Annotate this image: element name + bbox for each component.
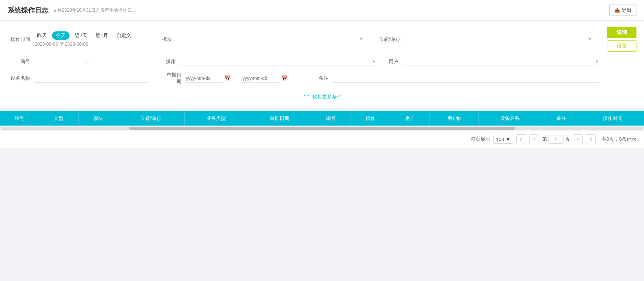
page-label: 第 [542, 136, 547, 143]
time-label: 操作时间 [8, 36, 34, 43]
user-arrow-icon: ▼ [595, 59, 599, 64]
operation-arrow-icon: ▼ [372, 59, 376, 64]
time-btn-1month[interactable]: 近1月 [93, 31, 111, 40]
page-header: 系统操作日志 支持2020年10月31日之后产生的操作日志 📤 导出 [0, 0, 644, 21]
last-page-button[interactable]: ⟩⟩ [586, 134, 596, 144]
scrollbar-thumb[interactable] [129, 127, 515, 130]
per-page-label: 每页显示 [471, 136, 490, 143]
date-separator: — [232, 76, 240, 81]
settings-button[interactable]: 设置 [607, 40, 636, 52]
calendar-end-icon[interactable]: 📅 [281, 75, 287, 81]
number-input-end[interactable] [93, 57, 138, 66]
total-label: 共0页，0条记录 [602, 136, 636, 143]
table-header-cell: 操作时间 [581, 111, 644, 126]
scrollbar-area[interactable] [0, 126, 644, 130]
page-input-group: 第 页 [542, 135, 570, 144]
date-input-end[interactable] [242, 74, 280, 83]
table-header-cell: 序号 [0, 111, 39, 126]
device-input[interactable] [34, 74, 147, 83]
collapse-button[interactable]: ⌃⌃ 收起更多条件 [303, 93, 342, 100]
number-label: 编号 [8, 58, 34, 65]
per-page-value: 100 [496, 137, 504, 142]
query-button[interactable]: 查询 [607, 27, 636, 38]
table-header-cell: 设备名称 [478, 111, 542, 126]
last-page-icon: ⟩⟩ [589, 137, 592, 142]
export-label: 导出 [622, 7, 632, 14]
function-label: 功能/单据 [374, 36, 405, 43]
page-subtitle: 支持2020年10月31日之后产生的操作日志 [53, 7, 136, 14]
filter-row-1: 操作时间 昨天 今天 近7天 近1月 自定义 2023-06-06 至 2023… [8, 27, 636, 52]
prev-page-button[interactable]: < [529, 134, 539, 144]
table-header-cell: 业务类型 [185, 111, 248, 126]
table-header-cell: 操作 [351, 111, 390, 126]
number-input-start[interactable] [34, 57, 79, 66]
next-page-icon: > [576, 137, 579, 141]
page-suffix: 页 [565, 136, 570, 143]
table-header-cell: 用户ip [429, 111, 478, 126]
module-label: 模块 [149, 36, 176, 43]
export-icon: 📤 [614, 8, 620, 13]
number-dash: — [82, 59, 93, 65]
time-filter-group: 昨天 今天 近7天 近1月 自定义 2023-06-06 至 2023-06-0… [34, 31, 134, 48]
scrollbar-track [1, 127, 643, 130]
operation-label: 操作 [153, 58, 179, 65]
collapse-chevron-icon: ⌃⌃ [303, 94, 311, 100]
title-area: 系统操作日志 支持2020年10月31日之后产生的操作日志 [8, 6, 136, 15]
table-header-cell: 功能/单据 [118, 111, 184, 126]
collapse-bar: ⌃⌃ 收起更多条件 [8, 90, 636, 102]
device-label: 设备名称 [8, 75, 34, 82]
action-buttons: 查询 设置 [607, 27, 636, 52]
voucher-date-label: 单据日期 [162, 71, 185, 85]
time-range: 2023-06-06 至 2023-06-06 [35, 41, 134, 48]
table-header-cell: 单据日期 [248, 111, 311, 126]
time-btn-yesterday[interactable]: 昨天 [34, 31, 50, 40]
user-dropdown[interactable]: ▼ [402, 58, 599, 65]
next-page-button[interactable]: > [573, 134, 583, 144]
time-btn-today[interactable]: 今天 [52, 31, 69, 40]
table-header-cell: 类型 [39, 111, 78, 126]
date-input-group: 📅 — 📅 [185, 74, 306, 83]
first-page-icon: ⟨⟨ [520, 137, 523, 142]
module-arrow-icon: ▼ [359, 37, 363, 41]
date-input-start[interactable] [185, 74, 223, 83]
table-header-cell: 编号 [311, 111, 351, 126]
remark-input[interactable] [332, 74, 599, 83]
pagination-area: 每页显示 100 ▼ ⟨⟨ < 第 页 > ⟩⟩ 共0页，0条记录 [0, 130, 644, 148]
prev-page-icon: < [533, 137, 535, 141]
export-button[interactable]: 📤 导出 [609, 5, 636, 16]
collapse-label: 收起更多条件 [312, 93, 342, 100]
time-buttons: 昨天 今天 近7天 近1月 自定义 [34, 31, 134, 40]
function-dropdown[interactable]: ▼ [405, 36, 592, 43]
data-table: 序号类型模块功能/单据业务类型单据日期编号操作用户用户ip设备名称备注操作时间 [0, 111, 644, 126]
user-label: 用户 [387, 58, 402, 65]
calendar-start-icon[interactable]: 📅 [224, 75, 231, 81]
function-arrow-icon: ▼ [588, 37, 592, 41]
filter-row-3: 设备名称 单据日期 📅 — 📅 备注 [8, 71, 636, 85]
time-btn-7days[interactable]: 近7天 [72, 31, 90, 40]
filter-row-2: 编号 — 操作 ▼ 用户 ▼ [8, 57, 636, 66]
time-btn-custom[interactable]: 自定义 [113, 31, 134, 40]
remark-label: 备注 [317, 75, 332, 82]
table-header-cell: 备注 [542, 111, 581, 126]
per-page-select[interactable]: 100 ▼ [493, 135, 513, 144]
table-header-cell: 模块 [79, 111, 118, 126]
first-page-button[interactable]: ⟨⟨ [516, 134, 526, 144]
table-container: 序号类型模块功能/单据业务类型单据日期编号操作用户用户ip设备名称备注操作时间 [0, 111, 644, 126]
operation-dropdown[interactable]: ▼ [179, 58, 376, 65]
table-header-cell: 用户 [390, 111, 429, 126]
table-header-row: 序号类型模块功能/单据业务类型单据日期编号操作用户用户ip设备名称备注操作时间 [0, 111, 644, 126]
page-title: 系统操作日志 [8, 6, 48, 15]
table-header: 序号类型模块功能/单据业务类型单据日期编号操作用户用户ip设备名称备注操作时间 [0, 111, 644, 126]
filter-area: 操作时间 昨天 今天 近7天 近1月 自定义 2023-06-06 至 2023… [0, 21, 644, 108]
page-number-input[interactable] [548, 135, 564, 144]
per-page-arrow-icon: ▼ [506, 137, 511, 142]
module-dropdown[interactable]: ▼ [176, 36, 363, 43]
